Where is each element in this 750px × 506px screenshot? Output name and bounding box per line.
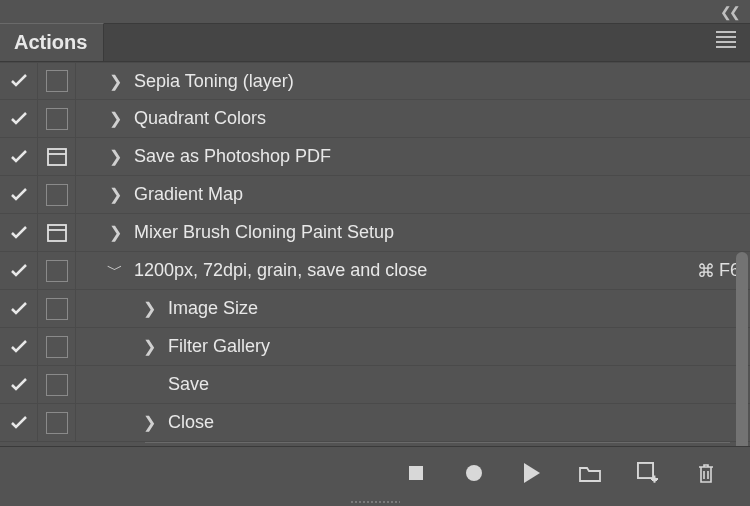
command-icon: ⌘ [697,260,715,282]
action-label: Quadrant Colors [134,108,266,129]
dialog-column[interactable] [38,100,76,137]
tab-actions[interactable]: Actions [0,23,104,61]
toggle-column[interactable] [0,290,38,327]
dialog-column[interactable] [38,252,76,289]
dialog-column[interactable] [38,328,76,365]
dialog-checkbox[interactable] [46,412,68,434]
dialog-checkbox[interactable] [46,108,68,130]
play-button[interactable] [520,461,544,485]
action-label: 1200px, 72dpi, grain, save and close [134,260,427,281]
new-set-button[interactable] [578,461,602,485]
action-label: Filter Gallery [168,336,270,357]
action-label: Gradient Map [134,184,243,205]
check-icon [10,340,28,354]
check-icon [10,112,28,126]
row-content: ❯Image Size [76,290,740,327]
action-row[interactable]: ❯Gradient Map [0,176,750,214]
new-icon [637,462,659,484]
new-action-button[interactable] [636,461,660,485]
chevron-right-icon[interactable]: ❯ [104,223,126,242]
dialog-icon [46,223,68,243]
toggle-column[interactable] [0,176,38,213]
check-icon [10,264,28,278]
row-content: ❯Close [76,404,740,441]
action-row[interactable]: ❯Mixer Brush Cloning Paint Setup [0,214,750,252]
row-content: ❯Gradient Map [76,176,740,213]
toggle-column[interactable] [0,214,38,251]
collapse-panel-icon[interactable]: ❮❮ [720,4,738,20]
action-label: Close [168,412,214,433]
toggle-column[interactable] [0,138,38,175]
dialog-column[interactable] [38,290,76,327]
scrollbar[interactable] [736,252,748,446]
action-row[interactable]: ﹀1200px, 72dpi, grain, save and close⌘F6 [0,252,750,290]
row-content: ❯Mixer Brush Cloning Paint Setup [76,214,740,251]
toggle-column[interactable] [0,252,38,289]
check-icon [10,74,28,88]
action-row[interactable]: ❯Filter Gallery [0,328,750,366]
dialog-checkbox[interactable] [46,184,68,206]
action-row[interactable]: ❯Sepia Toning (layer) [0,62,750,100]
record-button[interactable] [462,461,486,485]
action-row[interactable]: ❯Close [0,404,750,442]
dialog-column[interactable] [38,176,76,213]
toggle-column[interactable] [0,366,38,403]
toggle-column[interactable] [0,63,38,99]
check-icon [10,416,28,430]
dialog-column[interactable] [38,404,76,441]
svg-rect-5 [638,463,653,478]
toggle-column[interactable] [0,328,38,365]
resize-grip[interactable] [0,498,750,506]
dialog-checkbox[interactable] [46,298,68,320]
chevron-right-icon[interactable]: ❯ [138,337,160,356]
row-content: ❯Sepia Toning (layer) [76,63,740,99]
row-content: Save [76,366,740,403]
chevron-right-icon[interactable]: ❯ [104,109,126,128]
dialog-checkbox[interactable] [46,70,68,92]
dialog-column[interactable] [38,366,76,403]
check-icon [10,378,28,392]
trash-icon [696,462,716,484]
shortcut-label: ⌘F6 [697,260,740,282]
chevron-right-icon[interactable]: ❯ [138,413,160,432]
folder-icon [579,464,601,482]
actions-panel: ❮❮ Actions ❯Sepia Toning (layer)❯Quadran… [0,0,750,506]
dialog-checkbox[interactable] [46,260,68,282]
check-icon [10,150,28,164]
chevron-down-icon[interactable]: ﹀ [104,260,126,281]
action-row[interactable]: Save [0,366,750,404]
dialog-column[interactable] [38,63,76,99]
check-icon [10,226,28,240]
panel-title: Actions [14,31,87,54]
dialog-checkbox[interactable] [46,374,68,396]
stop-button[interactable] [404,461,428,485]
toggle-column[interactable] [0,404,38,441]
action-label: Save as Photoshop PDF [134,146,331,167]
svg-rect-0 [48,149,66,165]
delete-button[interactable] [694,461,718,485]
action-row[interactable]: ❯Image Size [0,290,750,328]
action-row[interactable]: ❯Quadrant Colors [0,100,750,138]
action-label: Mixer Brush Cloning Paint Setup [134,222,394,243]
check-icon [10,302,28,316]
toggle-column[interactable] [0,100,38,137]
actions-list: ❯Sepia Toning (layer)❯Quadrant Colors❯Sa… [0,62,750,446]
action-label: Sepia Toning (layer) [134,71,294,92]
chevron-right-icon[interactable]: ❯ [138,299,160,318]
chevron-right-icon[interactable]: ❯ [104,185,126,204]
panel-header: ❮❮ Actions [0,0,750,62]
play-icon [524,463,540,483]
chevron-right-icon[interactable]: ❯ [104,147,126,166]
chevron-right-icon[interactable]: ❯ [104,72,126,91]
tab-bar [0,23,750,61]
action-row[interactable]: ❯Save as Photoshop PDF [0,138,750,176]
svg-rect-2 [48,225,66,241]
panel-footer [0,446,750,498]
dialog-column[interactable] [38,214,76,251]
row-content: ❯Filter Gallery [76,328,740,365]
dialog-column[interactable] [38,138,76,175]
panel-menu-icon[interactable] [716,28,736,51]
row-content: ❯Quadrant Colors [76,100,740,137]
dialog-checkbox[interactable] [46,336,68,358]
action-label: Image Size [168,298,258,319]
